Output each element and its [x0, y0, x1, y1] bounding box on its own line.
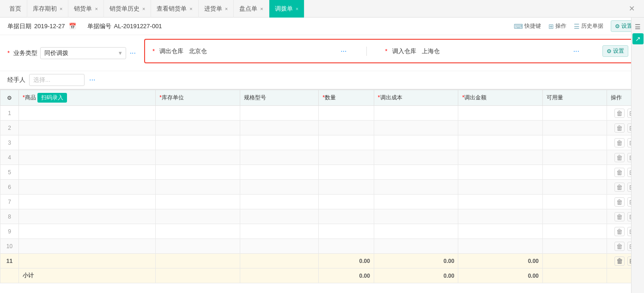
qty-cell[interactable] [319, 195, 374, 209]
unit-cell[interactable] [156, 180, 240, 195]
tab-bar-close-btn[interactable]: ✕ [623, 4, 640, 13]
amount-cell[interactable] [458, 224, 543, 239]
unit-cell[interactable] [156, 150, 240, 165]
tab-transfer[interactable]: 调拨单 × [269, 0, 304, 18]
tab-stocktake[interactable]: 盘点单 × [234, 0, 269, 18]
delete-row-icon[interactable]: 🗑 [614, 123, 625, 133]
tab-close-stocktake[interactable]: × [260, 6, 263, 12]
cost-cell[interactable] [374, 239, 458, 254]
delete-row-icon[interactable]: 🗑 [614, 138, 625, 147]
tab-close-sales-order[interactable]: × [95, 6, 97, 12]
unit-cell[interactable] [156, 165, 240, 180]
business-type-select[interactable]: 同价调拨 ▾ [40, 47, 126, 59]
product-cell[interactable] [19, 195, 156, 209]
spec-cell[interactable] [240, 239, 318, 254]
action-btn[interactable]: ⊞ 操作 [548, 22, 566, 30]
product-cell[interactable] [19, 224, 156, 239]
delete-row-icon[interactable]: 🗑 [614, 109, 625, 118]
unit-cell[interactable] [156, 106, 240, 121]
tab-view-sales[interactable]: 查看销货单 × [151, 0, 198, 18]
calendar-icon[interactable]: 📅 [69, 23, 76, 30]
unit-cell[interactable] [156, 135, 240, 150]
qty-cell[interactable] [319, 224, 374, 239]
qty-cell[interactable] [319, 150, 374, 165]
qty-cell[interactable] [319, 209, 374, 224]
available-cell[interactable] [543, 209, 607, 224]
amount-cell[interactable] [458, 239, 543, 254]
cost-cell[interactable] [374, 121, 458, 135]
delete-row-icon[interactable]: 🗑 [614, 256, 625, 266]
qty-cell[interactable] [319, 180, 374, 195]
amount-cell[interactable] [458, 165, 543, 180]
amount-cell[interactable] [458, 135, 543, 150]
tab-purchase[interactable]: 进货单 × [199, 0, 234, 18]
cost-cell[interactable] [374, 180, 458, 195]
product-cell[interactable] [19, 165, 156, 180]
product-cell[interactable] [19, 106, 156, 121]
cost-cell[interactable] [374, 224, 458, 239]
unit-cell[interactable] [156, 239, 240, 254]
tab-close-view-sales[interactable]: × [189, 6, 192, 12]
tab-close-purchase[interactable]: × [225, 6, 228, 12]
amount-cell[interactable] [458, 180, 543, 195]
product-cell[interactable] [19, 209, 156, 224]
tab-close-inventory-init[interactable]: × [60, 6, 62, 12]
amount-cell[interactable] [458, 209, 543, 224]
qty-cell[interactable] [319, 106, 374, 121]
amount-cell[interactable] [458, 106, 543, 121]
available-cell[interactable] [543, 135, 607, 150]
qty-cell[interactable] [319, 165, 374, 180]
amount-cell[interactable] [458, 121, 543, 135]
delete-row-icon[interactable]: 🗑 [614, 242, 625, 251]
spec-cell[interactable] [240, 106, 318, 121]
cost-cell[interactable] [374, 135, 458, 150]
delete-row-icon[interactable]: 🗑 [614, 168, 625, 177]
spec-cell[interactable] [240, 224, 318, 239]
delete-row-icon[interactable]: 🗑 [614, 227, 625, 236]
spec-cell[interactable] [240, 209, 318, 224]
history-btn[interactable]: ☰ 历史单据 [574, 22, 603, 30]
cost-cell[interactable] [374, 195, 458, 209]
available-cell[interactable] [543, 165, 607, 180]
spec-cell[interactable] [240, 165, 318, 180]
available-cell[interactable] [543, 150, 607, 165]
available-cell[interactable] [543, 224, 607, 239]
unit-cell[interactable] [156, 121, 240, 135]
col-settings[interactable]: ⚙ [0, 90, 19, 106]
qty-cell[interactable] [319, 135, 374, 150]
tab-inventory-init[interactable]: 库存期初 × [27, 0, 68, 18]
product-cell[interactable] [19, 180, 156, 195]
in-warehouse-more-btn[interactable]: ··· [572, 47, 580, 55]
spec-cell[interactable] [240, 121, 318, 135]
product-cell[interactable] [19, 239, 156, 254]
tab-close-transfer[interactable]: × [296, 6, 298, 12]
warehouse-settings-btn[interactable]: ⚙ 设置 [602, 45, 628, 57]
delete-row-icon[interactable]: 🗑 [614, 153, 625, 162]
spec-cell[interactable] [240, 135, 318, 150]
delete-row-icon[interactable]: 🗑 [614, 212, 625, 221]
spec-cell[interactable] [240, 150, 318, 165]
amount-cell[interactable] [458, 195, 543, 209]
product-cell[interactable] [19, 121, 156, 135]
handler-select[interactable]: 选择... [29, 74, 85, 86]
cost-cell[interactable] [374, 106, 458, 121]
out-warehouse-more-btn[interactable]: ··· [340, 47, 347, 55]
cost-cell[interactable] [374, 209, 458, 224]
sidebar-export-icon[interactable]: ↗ [632, 33, 644, 44]
tab-home[interactable]: 首页 [4, 0, 27, 18]
unit-cell[interactable] [156, 195, 240, 209]
available-cell[interactable] [543, 239, 607, 254]
qty-cell[interactable] [319, 121, 374, 135]
shortcut-btn[interactable]: ⌨ 快捷键 [514, 22, 541, 30]
delete-row-icon[interactable]: 🗑 [614, 183, 625, 192]
available-cell[interactable] [543, 121, 607, 135]
tab-sales-order[interactable]: 销货单 × [68, 0, 103, 18]
tab-sales-history[interactable]: 销货单历史 × [104, 0, 151, 18]
sidebar-list-icon[interactable]: ☰ [632, 21, 644, 32]
amount-cell[interactable] [458, 150, 543, 165]
handler-more-btn[interactable]: ··· [88, 76, 96, 84]
qty-cell[interactable] [319, 239, 374, 254]
available-cell[interactable] [543, 106, 607, 121]
unit-cell[interactable] [156, 224, 240, 239]
scan-entry-btn[interactable]: 扫码录入 [37, 93, 67, 103]
